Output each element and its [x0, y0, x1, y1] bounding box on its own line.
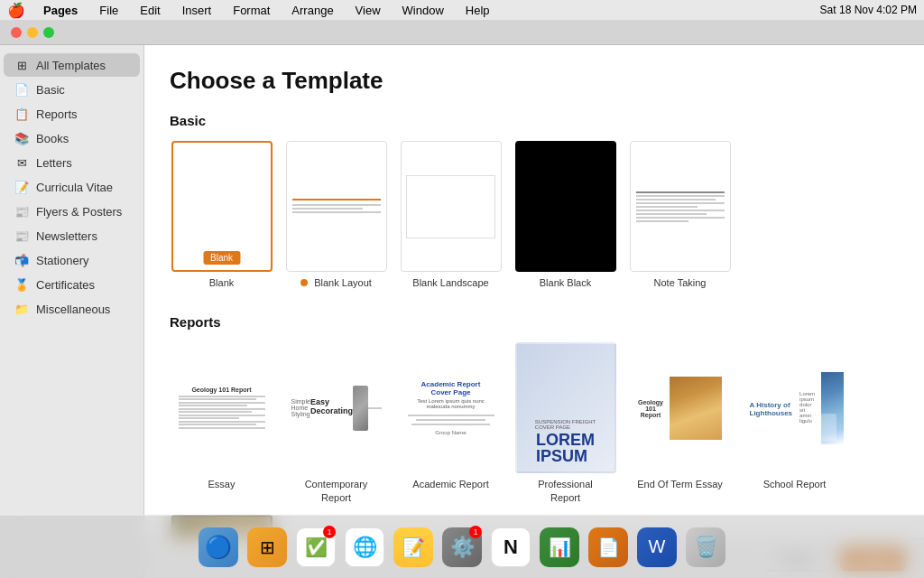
sidebar-item-certificates[interactable]: 🏅 Certificates [4, 273, 140, 296]
sidebar-item-curricula[interactable]: 📝 Curricula Vitae [4, 175, 140, 199]
notion-icon: N [491, 527, 531, 567]
reports-icon: 📋 [14, 107, 29, 121]
dock-notion[interactable]: N [489, 526, 532, 569]
sidebar-item-flyers[interactable]: 📰 Flyers & Posters [4, 200, 140, 223]
template-school-report[interactable]: A History of Lighthouses Lorem ipsum dol… [743, 342, 846, 504]
sidebar-item-newsletters[interactable]: 📰 Newsletters [4, 224, 140, 247]
launchpad-icon: ⊞ [247, 527, 287, 567]
window-chrome [0, 20, 924, 45]
sidebar-label-letters: Letters [36, 156, 72, 170]
dock-pages[interactable]: 📄 [587, 526, 630, 569]
dock-numbers[interactable]: 📊 [538, 526, 581, 569]
template-academic[interactable]: Academic ReportCover Page Test Lorem ips… [399, 342, 503, 504]
minimize-button[interactable] [27, 27, 38, 38]
menubar-right: Sat 18 Nov 4:02 PM [820, 4, 917, 16]
note-taking-label: Note Taking [654, 276, 707, 289]
datetime: Sat 18 Nov 4:02 PM [820, 4, 917, 16]
sidebar-item-stationery[interactable]: 📬 Stationery [4, 248, 140, 272]
blank-layout-thumb [286, 141, 387, 272]
dot-indicator [300, 279, 308, 286]
blank-black-label: Blank Black [540, 276, 591, 289]
curricula-icon: 📝 [14, 180, 29, 194]
template-end-of-term[interactable]: Geology 101 Report End Of Term Essay [628, 342, 732, 504]
misc-icon: 📁 [14, 302, 29, 316]
fullscreen-button[interactable] [43, 27, 54, 38]
menu-file[interactable]: File [96, 4, 122, 17]
template-essay[interactable]: Geology 101 Report [170, 342, 273, 504]
letters-icon: ✉ [14, 155, 29, 170]
apple-menu[interactable]: 🍎 [7, 2, 25, 19]
stationery-icon: 📬 [14, 253, 29, 267]
professional-label: ProfessionalReport [538, 478, 593, 504]
menu-edit[interactable]: Edit [136, 4, 163, 17]
menu-format[interactable]: Format [229, 4, 273, 17]
finder-icon: 🔵 [199, 527, 238, 567]
newsletters-icon: 📰 [14, 228, 29, 243]
sidebar-item-basic[interactable]: 📄 Basic [4, 78, 140, 101]
sidebar-item-books[interactable]: 📚 Books [4, 126, 140, 150]
dock-notes[interactable]: 📝 [392, 526, 435, 569]
end-of-term-thumb: Geology 101 Report [630, 342, 731, 473]
content-area: ⊞ All Templates 📄 Basic 📋 Reports 📚 Book… [0, 45, 924, 578]
dock: 🔵 ⊞ ✅ 1 🌐 📝 ⚙️ 1 N [0, 515, 924, 578]
template-note-taking[interactable]: Note Taking [628, 141, 732, 289]
menu-window[interactable]: Window [399, 4, 448, 17]
menu-help[interactable]: Help [462, 4, 494, 17]
reminders-badge: 1 [323, 526, 336, 538]
dock-finder[interactable]: 🔵 [197, 526, 240, 569]
blank-label: Blank [209, 276, 235, 289]
school-report-label: School Report [763, 478, 827, 490]
numbers-icon: 📊 [540, 527, 579, 567]
sidebar-label-flyers: Flyers & Posters [36, 205, 122, 219]
dock-chrome[interactable]: 🌐 [343, 526, 386, 569]
flyers-icon: 📰 [14, 204, 29, 219]
traffic-lights [11, 27, 54, 38]
menu-arrange[interactable]: Arrange [288, 4, 337, 17]
end-of-term-label: End Of Term Essay [637, 478, 723, 490]
contemporary-label: ContemporaryReport [305, 478, 368, 504]
professional-thumb: SUSPENSION FREIGHTCOVER PAGE LOREMIPSUM [515, 342, 616, 473]
template-blank-landscape[interactable]: Blank Landscape [399, 141, 503, 289]
template-professional[interactable]: SUSPENSION FREIGHTCOVER PAGE LOREMIPSUM … [513, 342, 617, 504]
main-panel: Choose a Template Basic Blank Blank [144, 45, 924, 538]
sidebar-label-misc: Miscellaneous [36, 303, 110, 316]
blank-landscape-label: Blank Landscape [412, 276, 488, 289]
system-prefs-badge: 1 [469, 526, 482, 538]
sidebar-item-misc[interactable]: 📁 Miscellaneous [4, 297, 140, 321]
app-window: ⊞ All Templates 📄 Basic 📋 Reports 📚 Book… [0, 20, 924, 578]
dock-launchpad[interactable]: ⊞ [245, 526, 289, 569]
chrome-icon: 🌐 [345, 527, 384, 567]
certificates-icon: 🏅 [14, 277, 29, 292]
close-button[interactable] [11, 27, 22, 38]
sidebar-label-curricula: Curricula Vitae [36, 181, 113, 194]
school-report-thumb: A History of Lighthouses Lorem ipsum dol… [744, 342, 845, 473]
note-taking-thumb [630, 141, 731, 272]
blank-thumb: Blank [171, 141, 273, 272]
blank-badge: Blank [203, 251, 240, 265]
dock-word[interactable]: W [635, 526, 679, 569]
dock-system-prefs[interactable]: ⚙️ 1 [440, 526, 484, 569]
template-blank-black[interactable]: Blank Black [513, 141, 617, 289]
menu-view[interactable]: View [352, 4, 384, 17]
menu-pages[interactable]: Pages [40, 4, 81, 17]
page-title: Choose a Template [170, 67, 899, 95]
dock-reminders[interactable]: ✅ 1 [294, 526, 337, 569]
basic-template-grid: Blank Blank [170, 141, 899, 289]
sidebar-item-all-templates[interactable]: ⊞ All Templates [4, 53, 140, 77]
template-blank[interactable]: Blank Blank [170, 141, 273, 289]
basic-section-title: Basic [170, 113, 899, 128]
sidebar-item-letters[interactable]: ✉ Letters [4, 151, 140, 174]
dock-trash[interactable]: 🗑️ [684, 526, 727, 569]
template-blank-layout[interactable]: Blank Layout [284, 141, 388, 289]
pages-icon: 📄 [588, 527, 628, 567]
basic-icon: 📄 [14, 82, 29, 97]
sidebar-item-reports[interactable]: 📋 Reports [4, 102, 140, 126]
word-icon: W [637, 527, 677, 567]
reports-section-title: Reports [170, 314, 899, 330]
menu-insert[interactable]: Insert [179, 4, 216, 17]
reports-template-grid: Geology 101 Report [170, 342, 899, 538]
template-contemporary[interactable]: Simple Home Styling Easy Decorating Cont… [284, 342, 388, 504]
academic-thumb: Academic ReportCover Page Test Lorem ips… [401, 342, 502, 473]
trash-icon: 🗑️ [686, 527, 725, 567]
books-icon: 📚 [14, 131, 29, 145]
